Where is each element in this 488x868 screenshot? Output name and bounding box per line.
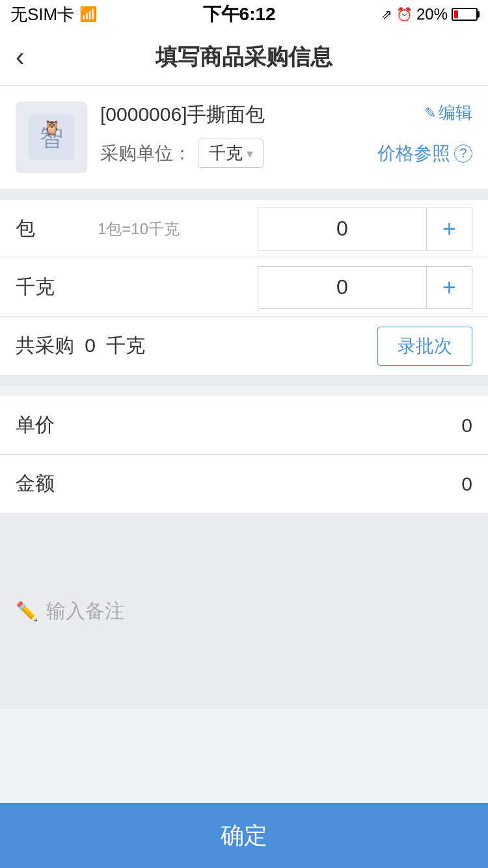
svg-text:🦉: 🦉 bbox=[43, 119, 61, 137]
note-icon: ✏️ bbox=[16, 601, 38, 622]
kg-input[interactable] bbox=[258, 266, 427, 309]
gps-icon: ⇗ bbox=[381, 7, 392, 22]
alarm-icon: ⏰ bbox=[396, 7, 413, 22]
bao-row: 包 1包=10千克 + bbox=[0, 200, 488, 258]
price-section: 单价 0 金额 0 bbox=[0, 396, 488, 513]
info-icon: ? bbox=[454, 144, 472, 163]
nav-bar: ‹ 填写商品采购信息 bbox=[0, 29, 488, 86]
edit-button[interactable]: ✎ 编辑 bbox=[424, 102, 472, 124]
note-section[interactable]: ✏️ 输入备注 bbox=[0, 513, 488, 709]
product-info: [0000006]手撕面包 ✎ 编辑 采购单位： 千克 ▾ 价格参照 ? bbox=[100, 102, 472, 168]
amount-value: 0 bbox=[461, 473, 472, 495]
bao-label: 包 bbox=[16, 215, 94, 242]
edit-icon: ✎ bbox=[424, 105, 436, 122]
product-thumbnail: 智 🦉 bbox=[25, 111, 77, 163]
bao-plus-button[interactable]: + bbox=[427, 208, 472, 251]
unit-label: 采购单位： bbox=[100, 141, 191, 166]
status-time: 下午6:12 bbox=[203, 2, 276, 27]
quantity-form: 包 1包=10千克 + 千克 + 共采购 0 千克 录批次 bbox=[0, 200, 488, 375]
unit-select[interactable]: 千克 ▾ bbox=[198, 139, 264, 168]
note-placeholder: 输入备注 bbox=[46, 598, 124, 625]
amount-row: 金额 0 bbox=[0, 455, 488, 513]
price-reference-button[interactable]: 价格参照 ? bbox=[377, 141, 472, 166]
status-bar: 无SIM卡 📶 下午6:12 ⇗ ⏰ 20% bbox=[0, 0, 488, 29]
bao-sublabel: 1包=10千克 bbox=[98, 219, 180, 239]
product-card: 智 🦉 [0000006]手撕面包 ✎ 编辑 采购单位： 千克 ▾ 价格参照 bbox=[0, 86, 488, 189]
back-button[interactable]: ‹ bbox=[16, 42, 55, 72]
section-divider-2 bbox=[0, 375, 488, 386]
kg-label: 千克 bbox=[16, 274, 94, 301]
kg-row: 千克 + bbox=[0, 258, 488, 317]
product-image: 智 🦉 bbox=[16, 102, 87, 173]
wifi-icon: 📶 bbox=[79, 6, 97, 23]
bao-input[interactable] bbox=[258, 208, 427, 251]
unit-price-label: 单价 bbox=[16, 412, 55, 439]
confirm-label: 确定 bbox=[221, 820, 267, 852]
unit-price-row: 单价 0 bbox=[0, 396, 488, 455]
record-batch-button[interactable]: 录批次 bbox=[377, 327, 472, 366]
section-divider-1 bbox=[0, 189, 488, 200]
status-left: 无SIM卡 📶 bbox=[10, 3, 97, 26]
carrier-label: 无SIM卡 bbox=[10, 3, 74, 26]
total-row: 共采购 0 千克 录批次 bbox=[0, 317, 488, 375]
status-right: ⇗ ⏰ 20% bbox=[381, 5, 478, 23]
product-name: [0000006]手撕面包 bbox=[100, 102, 265, 128]
amount-label: 金额 bbox=[16, 470, 55, 497]
page-title: 填写商品采购信息 bbox=[156, 42, 332, 72]
total-amount: 0 bbox=[85, 334, 96, 356]
chevron-down-icon: ▾ bbox=[247, 146, 253, 161]
battery-percent: 20% bbox=[416, 5, 448, 23]
total-label: 共采购 0 千克 bbox=[16, 332, 145, 359]
kg-plus-button[interactable]: + bbox=[427, 266, 472, 309]
unit-price-value: 0 bbox=[461, 414, 472, 437]
confirm-button[interactable]: 确定 bbox=[0, 803, 488, 868]
battery-icon bbox=[452, 8, 478, 21]
